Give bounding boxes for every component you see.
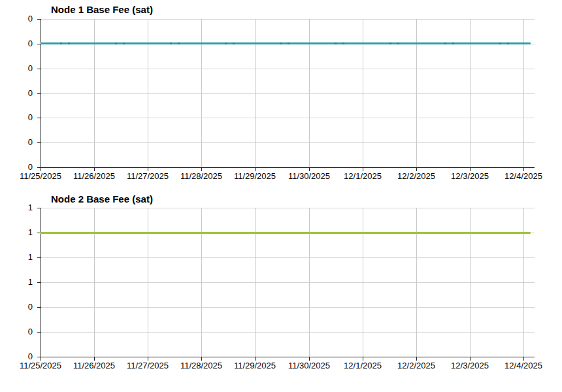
x-axis-tick-label: 12/2/2025 <box>389 361 444 371</box>
x-axis-tick-label: 11/29/2025 <box>227 361 282 371</box>
x-axis-tick-label: 11/30/2025 <box>282 361 337 371</box>
gridline-vertical <box>255 208 256 357</box>
x-axis-line <box>41 357 535 357</box>
gridline-vertical <box>470 208 471 357</box>
y-axis-tick-label: 1 <box>13 203 33 213</box>
y-axis-tick-label: 1 <box>13 252 33 263</box>
gridline-vertical <box>201 208 202 357</box>
gridline-horizontal <box>41 332 535 333</box>
x-axis-tick-label: 11/25/2025 <box>13 361 68 371</box>
gridline-vertical <box>416 208 417 357</box>
gridline-horizontal <box>41 282 535 283</box>
y-axis-tick-label: 1 <box>13 227 33 238</box>
y-axis-tick-label: 0 <box>13 302 33 312</box>
series-line-2 <box>41 232 531 234</box>
y-axis-tick-mark <box>37 332 41 333</box>
chart-node-2-base-fee: Node 2 Base Fee (sat) 111100011/25/20251… <box>0 0 562 392</box>
y-axis-tick-mark <box>37 208 41 208</box>
x-axis-tick-label: 11/27/2025 <box>120 361 175 371</box>
gridline-vertical <box>94 208 95 357</box>
x-axis-tick-label: 12/3/2025 <box>442 361 497 371</box>
x-axis-tick-label: 12/4/2025 <box>496 361 551 371</box>
y-axis-tick-mark <box>37 282 41 283</box>
gridline-horizontal <box>41 307 535 308</box>
gridline-vertical <box>148 208 148 357</box>
x-axis-tick-label: 11/28/2025 <box>174 361 229 371</box>
y-axis-tick-mark <box>37 257 41 258</box>
dual-base-fee-charts: Node 1 Base Fee (sat) 000000011/25/20251… <box>0 0 562 392</box>
y-axis-tick-mark <box>37 307 41 308</box>
y-axis-line <box>41 208 41 357</box>
chart-title: Node 2 Base Fee (sat) <box>51 193 153 204</box>
gridline-vertical <box>363 208 363 357</box>
y-axis-tick-label: 0 <box>13 327 33 337</box>
x-axis-tick-label: 11/26/2025 <box>67 361 122 371</box>
gridline-vertical <box>523 208 524 357</box>
y-axis-tick-label: 1 <box>13 277 33 287</box>
gridline-horizontal <box>41 257 535 258</box>
gridline-vertical <box>309 208 310 357</box>
x-axis-tick-label: 12/1/2025 <box>335 361 390 371</box>
gridline-horizontal <box>41 208 535 208</box>
